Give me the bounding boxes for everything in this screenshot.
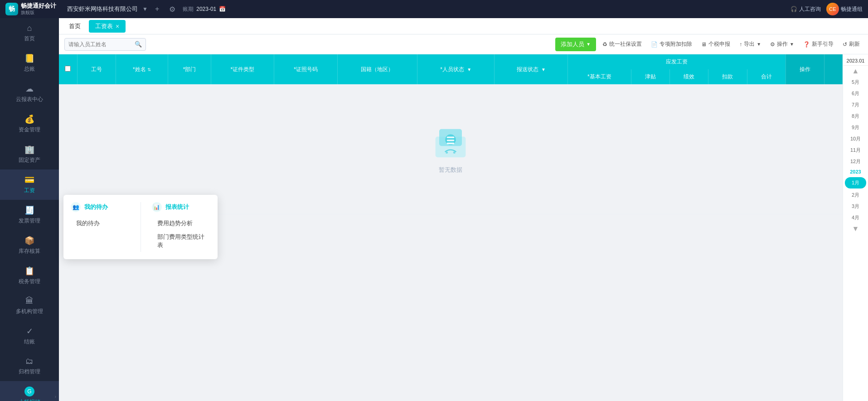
- app-logo-icon: 畅: [5, 3, 18, 15]
- report-status-filter-icon[interactable]: ▼: [541, 67, 546, 72]
- timeline-year-2023: 2023: [850, 167, 861, 176]
- export-btn[interactable]: ↑ 导出 ▼: [737, 38, 764, 51]
- tab-close-btn[interactable]: ×: [116, 23, 119, 29]
- th-total: 合计: [747, 69, 786, 84]
- refresh-btn[interactable]: ↺ 刷新: [840, 38, 863, 51]
- popup-item-dept-cost-stats[interactable]: 部门费用类型统计表: [152, 230, 211, 252]
- person-status-filter-icon[interactable]: ▼: [467, 67, 471, 72]
- tab-payroll[interactable]: 工资表 ×: [89, 20, 126, 33]
- sidebar-item-cloud-report[interactable]: ☁ 云报表中心: [0, 78, 59, 109]
- special-deduction-icon: 📄: [651, 41, 658, 48]
- th-nationality: 国籍（地区）: [337, 54, 417, 84]
- sidebar-item-xiaochang[interactable]: G 小畅报销 ›: [0, 381, 59, 401]
- add-company-btn[interactable]: +: [152, 4, 162, 14]
- timeline-month-9[interactable]: 9月: [843, 122, 868, 133]
- sidebar-label-inventory: 库存核算: [19, 247, 40, 255]
- svg-rect-4: [447, 140, 455, 141]
- th-operation-col: [824, 54, 843, 84]
- timeline-month-10[interactable]: 10月: [843, 133, 868, 145]
- sidebar-item-invoice[interactable]: 🧾 发票管理: [0, 200, 59, 230]
- popup-col-todo: 👥 我的待办 我的待办: [71, 202, 130, 252]
- search-input[interactable]: [68, 41, 132, 48]
- multi-org-icon: 🏛: [25, 296, 34, 306]
- popup-item-cost-trend[interactable]: 费用趋势分析: [152, 217, 211, 230]
- todo-section-label: 我的待办: [84, 203, 108, 211]
- timeline-month-8[interactable]: 8月: [843, 111, 868, 122]
- sidebar-item-settlement[interactable]: ✓ 结账: [0, 321, 59, 351]
- timeline-panel: 2023.01 ▲ 5月 6月 7月 8月 9月 10月 11月 12月 202…: [843, 54, 868, 401]
- social-insurance-btn[interactable]: ♻ 统一社保设置: [600, 38, 645, 51]
- sidebar-item-inventory[interactable]: 📦 库存核算: [0, 230, 59, 261]
- popup-section-title-report: 📊 报表统计: [152, 202, 211, 212]
- add-person-dropdown-icon: ▼: [586, 42, 591, 47]
- empty-illustration: [428, 124, 473, 160]
- archive-icon: 🗂: [25, 357, 34, 366]
- sidebar-label-ledger: 总账: [24, 65, 35, 73]
- xiaochang-icon: G: [24, 387, 34, 396]
- special-deduction-label: 专项附加扣除: [659, 40, 692, 48]
- customer-service-btn[interactable]: 🎧 人工咨询: [790, 5, 821, 13]
- sidebar-item-multi-org[interactable]: 🏛 多机构管理: [0, 291, 59, 321]
- th-base-salary: *基本工资: [568, 69, 631, 84]
- sidebar-item-archive[interactable]: 🗂 归档管理: [0, 351, 59, 381]
- search-box[interactable]: 🔍: [64, 38, 146, 51]
- operation-icon: ⚙: [770, 41, 775, 48]
- new-guide-toolbar-label: 新手引导: [812, 40, 834, 48]
- chevron-right-icon: ›: [55, 394, 56, 399]
- timeline-down-btn[interactable]: ▼: [851, 223, 861, 234]
- sidebar-item-fund[interactable]: 💰 资金管理: [0, 109, 59, 139]
- invoice-icon: 🧾: [24, 205, 34, 215]
- th-name: *姓名 ⇅: [116, 54, 168, 84]
- app-title: 畅捷通好会计: [21, 2, 56, 10]
- period-area: 账期 2023-01 📅: [183, 5, 226, 13]
- timeline-month-12[interactable]: 12月: [843, 156, 868, 167]
- sidebar-item-ledger[interactable]: 📒 总账: [0, 48, 59, 78]
- timeline-month-1-current[interactable]: 1月: [845, 177, 866, 188]
- timeline-up-btn[interactable]: ▲: [851, 66, 861, 77]
- top-header: 畅 畅捷通好会计 旗舰版 西安虾米网络科技有限公司 ▼ + ⚙ 账期 2023-…: [0, 0, 868, 18]
- th-dept: *部门: [168, 54, 211, 84]
- social-insurance-icon: ♻: [602, 41, 607, 48]
- sidebar-label-fund: 资金管理: [19, 126, 40, 134]
- customer-service-label: 人工咨询: [799, 5, 821, 13]
- search-icon[interactable]: 🔍: [135, 41, 142, 48]
- avatar: CE: [826, 3, 839, 15]
- headset-icon: 🎧: [790, 6, 797, 12]
- th-cert-no: *证照号码: [274, 54, 338, 84]
- settings-icon[interactable]: ⚙: [166, 4, 178, 14]
- company-dropdown-icon[interactable]: ▼: [142, 6, 148, 12]
- timeline-month-6[interactable]: 6月: [843, 88, 868, 99]
- timeline-month-7[interactable]: 7月: [843, 99, 868, 111]
- sidebar-item-home[interactable]: ⌂ 首页: [0, 18, 59, 48]
- timeline-month-5[interactable]: 5月: [843, 77, 868, 88]
- user-area[interactable]: CE 畅捷通组: [826, 3, 863, 15]
- th-bonus: 津贴: [631, 69, 669, 84]
- social-insurance-label: 统一社保设置: [609, 40, 642, 48]
- special-deduction-btn[interactable]: 📄 专项附加扣除: [648, 38, 695, 51]
- operation-dropdown-icon: ▼: [790, 42, 794, 47]
- header-right: 🎧 人工咨询 CE 畅捷通组: [790, 3, 863, 15]
- sidebar-item-fixed-assets[interactable]: 🏢 固定资产: [0, 139, 59, 169]
- logo-area: 畅 畅捷通好会计 旗舰版: [5, 2, 60, 16]
- tab-home[interactable]: 首页: [63, 20, 87, 33]
- th-pension: 操作: [786, 54, 824, 84]
- calendar-icon[interactable]: 📅: [219, 6, 226, 12]
- th-checkbox[interactable]: [59, 54, 77, 84]
- select-all-checkbox[interactable]: [65, 66, 71, 72]
- popup-item-my-todo[interactable]: 我的待办: [71, 217, 130, 230]
- tax-report-btn[interactable]: 🖥 个税申报: [698, 38, 733, 51]
- timeline-month-3[interactable]: 3月: [843, 201, 868, 212]
- tab-payroll-label: 工资表: [95, 22, 113, 30]
- timeline-month-2[interactable]: 2月: [843, 189, 868, 201]
- popup-col-report: 📊 报表统计 费用趋势分析 部门费用类型统计表: [152, 202, 211, 252]
- timeline-month-11[interactable]: 11月: [843, 145, 868, 156]
- name-sort-icon[interactable]: ⇅: [147, 67, 151, 72]
- new-guide-toolbar-btn[interactable]: ❓ 新手引导: [800, 38, 836, 51]
- sidebar: ⌂ 首页 📒 总账 ☁ 云报表中心 💰 资金管理 🏢 固定资产 💳 工资 🧾 发…: [0, 18, 59, 401]
- add-person-btn[interactable]: 添加人员 ▼: [555, 38, 596, 51]
- sidebar-item-payroll[interactable]: 💳 工资: [0, 169, 59, 200]
- sidebar-item-tax[interactable]: 📋 税务管理: [0, 261, 59, 291]
- operation-label: 操作: [777, 40, 788, 48]
- operation-btn[interactable]: ⚙ 操作 ▼: [767, 38, 797, 51]
- timeline-month-4[interactable]: 4月: [843, 212, 868, 223]
